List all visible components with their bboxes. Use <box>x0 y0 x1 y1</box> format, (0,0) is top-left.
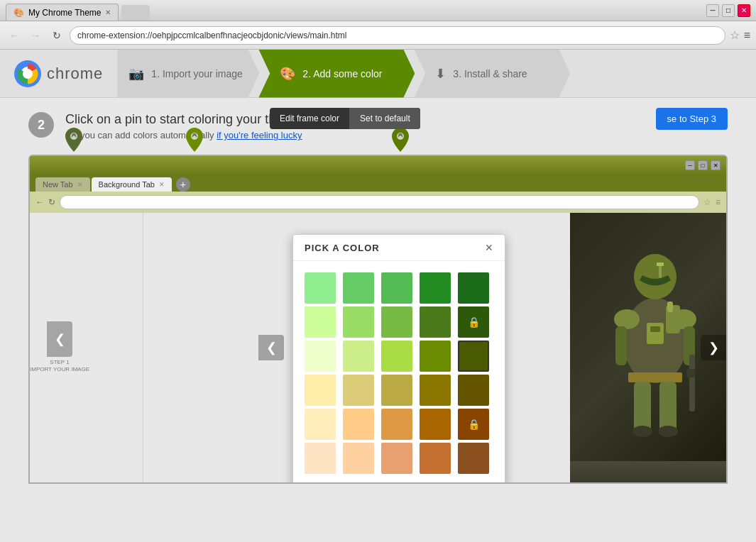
step1-label: 1. Import your image <box>151 68 242 79</box>
step1-item[interactable]: 📷 1. Import your image <box>117 50 259 98</box>
color-swatch-4-1[interactable] <box>343 409 374 440</box>
close-button[interactable]: ✕ <box>738 4 750 17</box>
step1-nav-area: ❮ STEP 1 IMPORT YOUR IMAGE <box>30 321 89 374</box>
preview-window-controls: ─ □ ✕ <box>685 160 721 170</box>
preview-tab-background-close[interactable]: ✕ <box>159 181 165 188</box>
preview-main-area: PICK A COLOR ✕ <box>143 213 726 482</box>
color-swatch-2-1[interactable] <box>343 341 374 372</box>
step3-item[interactable]: ⬇ 3. Install & share <box>414 50 570 98</box>
svg-rect-25 <box>657 262 664 266</box>
pin2[interactable] <box>186 128 203 155</box>
color-swatch-3-0[interactable] <box>305 375 336 406</box>
color-swatch-5-4[interactable] <box>458 443 489 474</box>
color-swatch-2-4-selected[interactable] <box>458 341 489 372</box>
color-swatch-0-4[interactable] <box>458 272 489 304</box>
browser-preview: ─ □ ✕ New Tab ✕ Background Tab ✕ + ← ↻ ☆… <box>28 155 728 484</box>
color-swatch-3-1[interactable] <box>343 375 374 406</box>
color-swatch-4-4-locked[interactable] <box>458 409 489 440</box>
svg-rect-23 <box>667 302 673 312</box>
preview-menu-icon[interactable]: ≡ <box>716 197 721 207</box>
continue-to-step3-button[interactable]: se to Step 3 <box>656 108 728 130</box>
color-swatch-5-0[interactable] <box>305 443 336 474</box>
color-swatch-4-3[interactable] <box>420 409 451 440</box>
maximize-button[interactable]: □ <box>722 4 735 17</box>
edit-frame-color-button[interactable]: Edit frame color <box>270 108 350 129</box>
step2-item[interactable]: 🎨 2. Add some color <box>258 50 415 98</box>
color-grid <box>293 261 505 482</box>
preview-tab-background-label: Background Tab <box>99 180 155 189</box>
preview-tab-background[interactable]: Background Tab ✕ <box>92 177 172 192</box>
pin3[interactable] <box>392 128 409 155</box>
color-swatch-2-0[interactable] <box>305 341 336 372</box>
color-swatch-5-3[interactable] <box>420 443 451 474</box>
prev-step-arrow[interactable]: ❮ <box>47 321 72 357</box>
window-controls: ─ □ ✕ <box>706 4 750 17</box>
chrome-logo-icon <box>14 60 41 87</box>
ground-area <box>570 461 726 482</box>
preview-tab-newtab[interactable]: New Tab ✕ <box>35 177 90 192</box>
color-picker-title: PICK A COLOR <box>305 243 380 253</box>
color-swatch-1-0[interactable] <box>305 306 336 338</box>
step2-icon: 🎨 <box>280 66 295 82</box>
preview-navbar: ← ↻ ☆ ≡ <box>30 192 726 213</box>
color-swatch-3-3[interactable] <box>420 375 451 406</box>
color-swatch-2-2[interactable] <box>381 341 412 372</box>
preview-address-bar[interactable] <box>60 195 699 209</box>
color-swatch-0-2[interactable] <box>381 272 412 304</box>
tab-area: 🎨 My Chrome Theme ✕ <box>6 0 150 21</box>
minimize-button[interactable]: ─ <box>706 4 719 17</box>
preview-close-btn[interactable]: ✕ <box>711 160 721 170</box>
set-default-button[interactable]: Set to default <box>350 108 420 129</box>
preview-prev-arrow[interactable]: ❮ <box>258 335 284 360</box>
new-tab-area <box>121 5 150 21</box>
preview-maximize-btn[interactable]: □ <box>698 160 708 170</box>
lucky-link[interactable]: if you're feeling lucky <box>217 130 302 140</box>
color-swatch-4-0[interactable] <box>305 409 336 440</box>
preview-tab-newtab-label: New Tab <box>43 180 73 189</box>
preview-minimize-btn[interactable]: ─ <box>685 160 695 170</box>
forward-button[interactable]: → <box>27 27 44 44</box>
pin1[interactable] <box>65 128 82 155</box>
step-circle: 2 <box>28 112 54 138</box>
color-swatch-3-4[interactable] <box>458 375 489 406</box>
preview-star-icon[interactable]: ☆ <box>703 197 711 207</box>
color-swatch-0-0[interactable] <box>305 272 336 304</box>
preview-titlebar: ─ □ ✕ <box>30 156 726 175</box>
new-tab-plus-button[interactable]: + <box>176 177 190 192</box>
tab-title: My Chrome Theme <box>28 8 101 18</box>
svg-rect-17 <box>659 382 676 431</box>
back-button[interactable]: ← <box>6 27 23 44</box>
bookmark-star-icon[interactable]: ☆ <box>730 28 740 42</box>
color-swatch-1-1[interactable] <box>343 306 374 338</box>
preview-tab-newtab-close[interactable]: ✕ <box>77 181 83 188</box>
color-swatch-4-2[interactable] <box>381 409 412 440</box>
chrome-logo-area: chrome <box>14 60 103 87</box>
chrome-menu-icon[interactable]: ≡ <box>744 29 750 42</box>
color-swatch-3-2[interactable] <box>381 375 412 406</box>
browser-tab[interactable]: 🎨 My Chrome Theme ✕ <box>6 4 119 21</box>
color-picker-close-button[interactable]: ✕ <box>485 242 493 253</box>
preview-refresh-btn[interactable]: ↻ <box>48 197 55 207</box>
color-swatch-1-4-locked[interactable] <box>458 306 489 338</box>
color-picker-header: PICK A COLOR ✕ <box>293 235 505 261</box>
color-swatch-0-1[interactable] <box>343 272 374 304</box>
color-swatch-5-1[interactable] <box>343 443 374 474</box>
preview-back-btn[interactable]: ← <box>35 197 44 207</box>
color-swatch-2-3[interactable] <box>420 341 451 372</box>
preview-next-arrow[interactable]: ❯ <box>701 335 726 360</box>
step1-nav-label: STEP 1 IMPORT YOUR IMAGE <box>30 359 89 374</box>
color-swatch-0-3[interactable] <box>420 272 451 304</box>
tab-close-button[interactable]: ✕ <box>105 9 111 16</box>
address-bar[interactable] <box>70 26 725 45</box>
step2-label: 2. Add some color <box>302 68 382 79</box>
svg-rect-13 <box>689 355 695 411</box>
color-swatch-1-3[interactable] <box>420 306 451 338</box>
step1-icon: 📷 <box>128 66 144 82</box>
preview-tabs: New Tab ✕ Background Tab ✕ + <box>30 175 726 192</box>
step3-icon: ⬇ <box>435 66 446 82</box>
refresh-button[interactable]: ↻ <box>48 27 65 44</box>
color-swatch-1-2[interactable] <box>381 306 412 338</box>
context-menu: Edit frame color Set to default <box>270 108 420 129</box>
title-bar: 🎨 My Chrome Theme ✕ ─ □ ✕ <box>0 0 756 21</box>
color-swatch-5-2[interactable] <box>381 443 412 474</box>
